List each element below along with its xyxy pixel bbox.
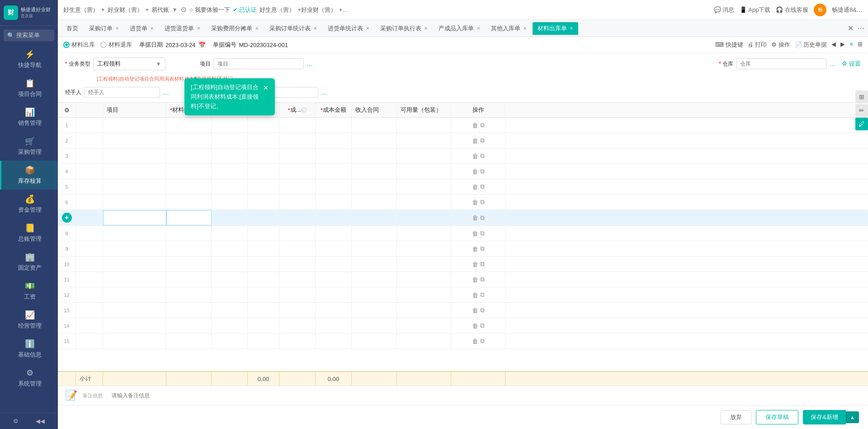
- prev-btn[interactable]: ◀: [831, 41, 836, 49]
- delete-icon[interactable]: 🗑: [471, 213, 479, 222]
- sidebar-item-quick-nav[interactable]: ⚡ 快捷导航: [0, 45, 58, 74]
- row-col4[interactable]: [248, 164, 279, 179]
- more-tabs-icon[interactable]: ⋯: [857, 24, 864, 33]
- row-col7[interactable]: [352, 179, 397, 194]
- delete-icon[interactable]: 🗑: [471, 198, 479, 207]
- link-more[interactable]: +…: [339, 6, 349, 13]
- row-col4[interactable]: [248, 272, 279, 287]
- row-col5[interactable]: [279, 179, 316, 194]
- row-col4[interactable]: [248, 118, 279, 133]
- row-col5[interactable]: [279, 272, 316, 287]
- row-col6[interactable]: [316, 148, 352, 163]
- row-col8[interactable]: [397, 241, 451, 256]
- row-col2[interactable]: [166, 257, 212, 272]
- row-col5[interactable]: [279, 118, 316, 133]
- row-col4[interactable]: [248, 287, 279, 302]
- collapse-icon[interactable]: ◀◀: [36, 418, 45, 424]
- row-col2[interactable]: [166, 210, 212, 225]
- discard-button[interactable]: 放弃: [721, 410, 751, 424]
- tab-purchase-stat[interactable]: 采购订单统计表 ✕: [264, 22, 322, 35]
- row-col2[interactable]: [166, 179, 212, 194]
- project-more-btn[interactable]: …: [307, 60, 313, 67]
- grid-settings-icon[interactable]: ⚙: [64, 107, 70, 114]
- row-col5[interactable]: [279, 133, 316, 148]
- row-col3[interactable]: [212, 241, 248, 256]
- row-col3[interactable]: [212, 148, 248, 163]
- row-col7[interactable]: [352, 195, 397, 210]
- delete-icon[interactable]: 🗑: [471, 167, 479, 176]
- link-yidaizhang[interactable]: 易代账: [151, 6, 169, 14]
- row-col3[interactable]: [212, 257, 248, 272]
- row-col6[interactable]: [316, 241, 352, 256]
- copy-icon[interactable]: ⧉: [479, 197, 486, 207]
- sidebar-item-payroll[interactable]: 💵 工资: [0, 276, 58, 305]
- row-col8[interactable]: [397, 287, 451, 302]
- delete-icon[interactable]: 🗑: [471, 136, 479, 145]
- row-col1[interactable]: [103, 164, 166, 179]
- row-col3[interactable]: [212, 318, 248, 333]
- calendar-icon[interactable]: 📅: [198, 42, 206, 48]
- row-col2[interactable]: [166, 133, 212, 148]
- row-col5[interactable]: [279, 164, 316, 179]
- row-col7[interactable]: [352, 148, 397, 163]
- tab-other-inbound[interactable]: 其他入库单 ✕: [486, 22, 532, 35]
- copy-icon[interactable]: ⧉: [479, 120, 486, 130]
- row-col8[interactable]: [397, 318, 451, 333]
- row-col7[interactable]: [352, 133, 397, 148]
- save-new-arrow-btn[interactable]: ▲: [846, 411, 859, 423]
- row-col7[interactable]: [352, 303, 397, 318]
- tab-finished-goods[interactable]: 产成品入库单 ✕: [434, 22, 485, 35]
- settings-link-icon[interactable]: ⚙: [180, 5, 187, 14]
- row-col5[interactable]: [279, 195, 316, 210]
- copy-icon[interactable]: ⧉: [479, 244, 486, 253]
- tab-purchase-expense[interactable]: 采购费用分摊单 ✕: [206, 22, 264, 35]
- tab-incoming-stat[interactable]: 进货单统计表 ✕: [323, 22, 374, 35]
- link-haoshengyi[interactable]: 好生意（营）: [63, 6, 99, 14]
- row-col2[interactable]: [166, 334, 212, 348]
- row-col4[interactable]: [248, 257, 279, 272]
- operations-btn[interactable]: ⚙ 操作: [771, 41, 790, 49]
- row-col3[interactable]: [212, 195, 248, 210]
- row-col8[interactable]: [397, 272, 451, 287]
- row-col8[interactable]: [397, 334, 451, 348]
- handler-more-btn[interactable]: …: [163, 89, 169, 96]
- row-col3[interactable]: [212, 179, 248, 194]
- row-col4[interactable]: [248, 226, 279, 241]
- tab-home[interactable]: 首页: [61, 22, 83, 35]
- row-col4[interactable]: [248, 133, 279, 148]
- tab-purchase-order[interactable]: 采购订单 ✕: [84, 22, 124, 35]
- row-col3[interactable]: [212, 287, 248, 302]
- tab-material-outbound[interactable]: 材料出库单 ✕: [533, 22, 578, 35]
- sidebar-item-system[interactable]: ⚙ 系统管理: [0, 363, 58, 392]
- close-icon[interactable]: ✕: [313, 26, 317, 31]
- settings-form-btn[interactable]: ⚙ 设置: [842, 60, 861, 68]
- online-service-btn[interactable]: 🎧 在线客服: [776, 6, 808, 14]
- sidebar-item-ledger[interactable]: 📒 总账管理: [0, 219, 58, 248]
- add-row-btn-cell[interactable]: +: [58, 210, 76, 225]
- row-col5[interactable]: [279, 257, 316, 272]
- view-toggle-grid[interactable]: ⊞: [858, 41, 863, 49]
- row-col2[interactable]: [166, 164, 212, 179]
- close-icon[interactable]: ✕: [366, 26, 369, 31]
- row-col4[interactable]: [248, 195, 279, 210]
- row-col3[interactable]: [212, 272, 248, 287]
- row-col3[interactable]: [212, 226, 248, 241]
- delete-icon[interactable]: 🗑: [471, 291, 479, 300]
- row-col7[interactable]: [352, 272, 397, 287]
- radio-material-outbound[interactable]: 材料出库: [63, 41, 95, 49]
- right-sidebar-btn-2[interactable]: ✏: [855, 104, 868, 117]
- row-col3[interactable]: [212, 303, 248, 318]
- row-col1[interactable]: [103, 226, 166, 241]
- row-col6[interactable]: [316, 133, 352, 148]
- row-col6[interactable]: [316, 118, 352, 133]
- close-icon[interactable]: ✕: [150, 26, 154, 31]
- delete-icon[interactable]: 🗑: [471, 121, 479, 130]
- row-col1[interactable]: [103, 272, 166, 287]
- sidebar-item-purchase[interactable]: 🛒 采购管理: [0, 132, 58, 161]
- message-btn[interactable]: 💬 消息: [714, 6, 735, 14]
- row-col8[interactable]: [397, 164, 451, 179]
- row-col6[interactable]: [316, 164, 352, 179]
- copy-icon[interactable]: ⧉: [479, 136, 486, 145]
- copy-icon[interactable]: ⧉: [479, 213, 486, 223]
- delete-icon[interactable]: 🗑: [471, 337, 479, 346]
